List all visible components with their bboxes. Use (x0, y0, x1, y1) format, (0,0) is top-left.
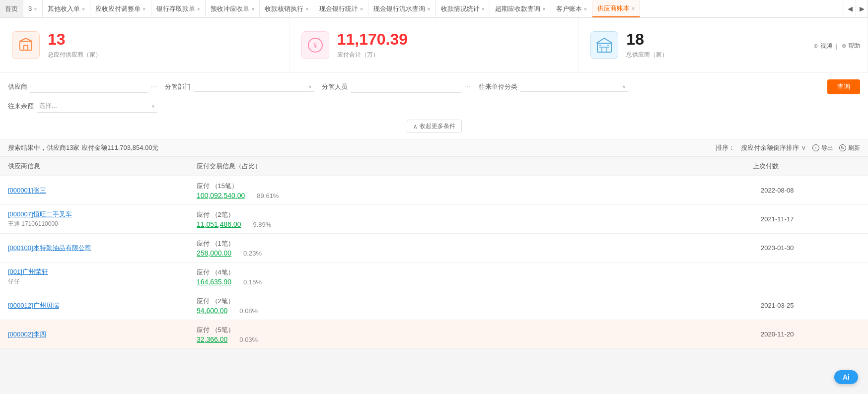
balance-select[interactable]: 选择... ∨ (37, 99, 157, 113)
nav-tab-other-income[interactable]: 其他收入单 × (43, 0, 90, 17)
supplier-link[interactable]: [001]广州荣轩 (8, 268, 48, 275)
refresh-button[interactable]: ↻ 刷新 (839, 144, 860, 152)
trans-amount[interactable]: 164,635.90 (197, 278, 231, 286)
results-bar: 搜索结果中，供应商13家 应付金额111,703,854.00元 排序： 按应付… (0, 139, 868, 157)
nav-tab-collect-stat[interactable]: 收款情况统计 × (436, 0, 490, 17)
filter-balance: 往来余额 选择... ∨ (8, 99, 157, 113)
category-select[interactable]: ∨ (520, 82, 628, 92)
chevron-down-icon: ∨ (622, 84, 626, 89)
svg-rect-7 (597, 43, 611, 52)
summary-card-suppliers: 13 总应付供应商（家） (0, 18, 289, 72)
supplier-cell: [000100]本特勤油品有限公司 (8, 244, 197, 253)
close-icon[interactable]: × (197, 6, 200, 12)
supplier-input[interactable] (30, 81, 147, 93)
filter-person: 分管人员 ··· (322, 81, 471, 93)
supplier-link[interactable]: [000012]广州贝瑞 (8, 302, 59, 309)
close-icon[interactable]: × (427, 6, 430, 12)
nav-tab-supplier-account[interactable]: 供应商账本 × (592, 0, 640, 17)
close-icon[interactable]: × (632, 5, 635, 11)
video-link[interactable]: ⊙ 视频 (813, 42, 832, 50)
supplier-link[interactable]: [000007]恒旺二手叉车 (8, 210, 72, 218)
transaction-cell: 应付 （1笔）258,000.000.23% (197, 239, 761, 257)
close-icon[interactable]: × (482, 6, 485, 12)
nav-arrow-right[interactable]: ▶ (856, 0, 868, 18)
last-payment-date: 2021-03-25 (761, 302, 794, 309)
ai-badge[interactable]: Ai (834, 370, 858, 384)
nav-tab-ap-adjust[interactable]: 应收应付调整单 × (90, 0, 151, 17)
close-icon[interactable]: × (143, 6, 145, 12)
trans-percent: 0.23% (243, 250, 262, 257)
help-link[interactable]: ⊙ 帮助 (842, 42, 860, 50)
trans-percent: 0.03% (239, 336, 258, 343)
supplier-link[interactable]: [000002]李四 (8, 330, 46, 338)
nav-tab-ap-adjust-label: 应收应付调整单 (95, 4, 141, 13)
close-icon[interactable]: × (360, 6, 363, 12)
close-icon[interactable]: × (305, 6, 308, 12)
nav-tab-bank-deposit[interactable]: 银行存取款单 × (151, 0, 206, 17)
header-supplier-info: 供应商信息 (8, 162, 197, 171)
nav-tab-3[interactable]: 3 × (23, 0, 43, 17)
last-payment-date: 2021-11-17 (761, 215, 794, 223)
table-row: [000100]本特勤油品有限公司应付 （1笔）258,000.000.23%2… (0, 234, 868, 263)
nav-tab-bank-deposit-label: 银行存取款单 (156, 4, 195, 13)
nav-tab-cash-bank-flow[interactable]: 现金银行流水查询 × (368, 0, 435, 17)
trans-type-label: 应付 （5笔） (197, 326, 761, 334)
close-icon[interactable]: × (34, 6, 37, 12)
nav-tab-overdue-collect-label: 超期应收款查询 (495, 4, 540, 13)
trans-amount[interactable]: 100,092,540.00 (197, 192, 245, 199)
nav-tab-cash-bank-flow-label: 现金银行流水查询 (373, 4, 425, 13)
trans-amount[interactable]: 32,366.00 (197, 335, 227, 343)
collapse-button[interactable]: ∧ 收起更多条件 (407, 120, 462, 133)
close-icon[interactable]: × (251, 6, 254, 12)
nav-tab-customer-account-label: 客户账本 (556, 4, 582, 13)
department-filter-label: 分管部门 (165, 82, 191, 91)
total-payable-suppliers-label: 总应付供应商（家） (48, 51, 101, 59)
trans-type-label: 应付 （4笔） (197, 268, 761, 277)
person-input[interactable] (351, 81, 461, 93)
nav-tab-customer-account[interactable]: 客户账本 × (551, 0, 592, 17)
nav-tab-collect-verify[interactable]: 收款核销执行 × (260, 0, 314, 17)
trans-amount[interactable]: 11,051,486.00 (197, 220, 241, 228)
transaction-cell: 应付 （2笔）11,051,486.009.89% (197, 210, 761, 228)
nav-tab-cash-bank-stat[interactable]: 现金银行统计 × (314, 0, 368, 17)
collapse-label: 收起更多条件 (420, 122, 455, 131)
store-icon (590, 31, 618, 59)
collapse-arrow-icon: ∧ (413, 123, 418, 130)
trans-type-label: 应付 （2笔） (197, 297, 761, 306)
nav-arrow-left[interactable]: ◀ (844, 0, 856, 18)
top-nav: 首页 3 × 其他收入单 × 应收应付调整单 × 银行存取款单 × 预收冲应收单… (0, 0, 868, 18)
filter-row-1: 供应商 ··· 分管部门 ∨ 分管人员 ··· 往来单位分类 (8, 79, 860, 94)
sort-value[interactable]: 按应付余额倒序排序 ∨ (741, 143, 806, 152)
trans-percent: 0.08% (239, 307, 258, 315)
trans-amount[interactable]: 94,600.00 (197, 307, 227, 315)
person-dots-icon[interactable]: ··· (464, 82, 471, 91)
supplier-icon (12, 31, 40, 59)
export-button[interactable]: ↑ 导出 (812, 144, 833, 152)
supplier-link[interactable]: [000100]本特勤油品有限公司 (8, 244, 91, 252)
department-select[interactable]: ∨ (194, 82, 314, 92)
total-payable-amount-number: 11,170.39 (337, 31, 408, 48)
results-summary-text: 搜索结果中，供应商13家 应付金额111,703,854.00元 (8, 143, 158, 152)
trans-amount[interactable]: 258,000.00 (197, 249, 231, 257)
transaction-cell: 应付 （5笔）32,366.000.03% (197, 326, 761, 343)
nav-tab-home[interactable]: 首页 (0, 0, 23, 17)
trans-percent: 0.15% (243, 278, 262, 286)
nav-tab-advance-collect[interactable]: 预收冲应收单 × (206, 0, 260, 17)
table-row: [000002]李四应付 （5笔）32,366.000.03%2020-11-2… (0, 320, 868, 349)
data-table: 供应商信息 应付交易信息（占比） 上次付数 [000001]张三应付 （15笔）… (0, 157, 868, 349)
close-icon[interactable]: × (584, 6, 587, 12)
close-icon[interactable]: × (542, 6, 545, 12)
nav-tab-home-label: 首页 (5, 4, 18, 13)
svg-text:¥: ¥ (313, 42, 317, 49)
last-payment-cell: 2021-03-25 (761, 302, 860, 309)
transaction-cell: 应付 （2笔）94,600.000.08% (197, 297, 761, 315)
total-suppliers-number: 18 (626, 31, 668, 48)
nav-tab-overdue-collect[interactable]: 超期应收款查询 × (490, 0, 551, 17)
supplier-dots-icon[interactable]: ··· (150, 82, 157, 91)
supplier-link[interactable]: [000001]张三 (8, 187, 46, 194)
search-button[interactable]: 查询 (827, 79, 860, 94)
close-icon[interactable]: × (82, 6, 85, 12)
export-icon: ↑ (812, 144, 819, 151)
balance-filter-label: 往来余额 (8, 102, 34, 111)
last-payment-cell: 2023-01-30 (761, 244, 860, 252)
